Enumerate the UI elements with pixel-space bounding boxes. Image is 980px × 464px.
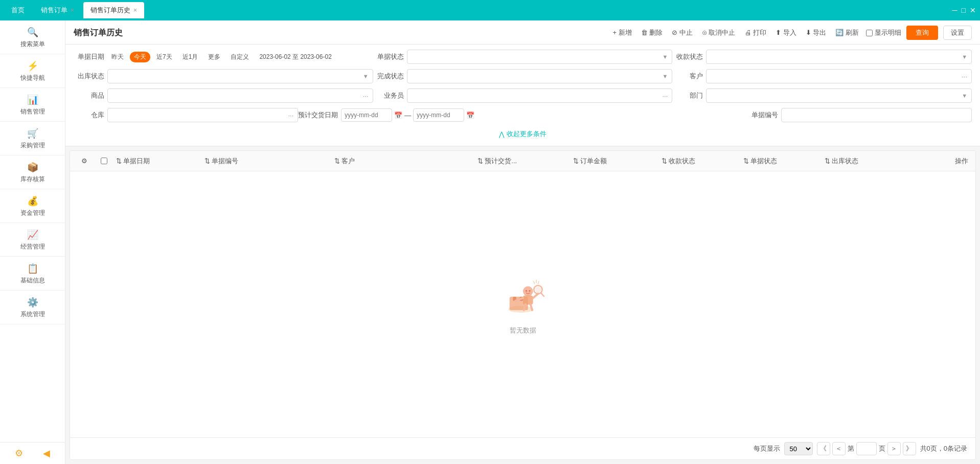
th-date[interactable]: ⇅ 单据日期	[113, 157, 201, 166]
order-status-select[interactable]: ▼	[407, 50, 673, 64]
date-tag-custom[interactable]: 自定义	[226, 52, 253, 62]
sidebar-item-basic-info[interactable]: 📋 基础信息	[0, 257, 65, 291]
salesman-dots-icon[interactable]: ···	[663, 92, 668, 100]
main-layout: 🔍 搜索菜单 ⚡ 快捷导航 📊 销售管理 🛒 采购管理 📦 库存核算 💰 资金管…	[0, 20, 980, 464]
th-order-no[interactable]: ⇅ 单据编号	[201, 157, 331, 166]
out-status-select[interactable]: ▼	[107, 69, 373, 83]
goods-select[interactable]: ···	[107, 89, 373, 103]
sidebar-item-sales-mgmt[interactable]: 📊 销售管理	[0, 88, 65, 122]
customer-select[interactable]: ···	[706, 69, 972, 83]
delivery-to-calendar-icon[interactable]: 📅	[466, 112, 474, 119]
last-page-button[interactable]: 》	[903, 442, 916, 455]
table-header: ⚙ ⇅ 单据日期 ⇅ 单据编号 ⇅ 客户 ⇅ 预计交货.	[70, 151, 975, 171]
inventory-icon: 📦	[27, 162, 38, 173]
new-button[interactable]: + 新增	[610, 28, 633, 37]
warehouse-select[interactable]: ···	[107, 108, 298, 122]
tab-home[interactable]: 首页	[4, 2, 32, 18]
topbar-close-icon[interactable]: ✕	[970, 6, 976, 14]
next-page-button[interactable]: ＞	[887, 442, 901, 455]
delivery-date-to[interactable]	[413, 108, 464, 122]
filter-row-1: 单据日期 昨天 今天 近7天 近1月 更多 自定义 2023-06-02 至 2…	[74, 50, 972, 64]
th-settings[interactable]: ⚙	[74, 157, 95, 165]
cancel-stop-button[interactable]: ⊙ 取消中止	[700, 28, 738, 37]
order-no-input[interactable]	[781, 108, 972, 122]
date-range-text: 2023-06-02 至 2023-06-02	[259, 53, 331, 61]
sidebar-item-capital[interactable]: 💰 资金管理	[0, 189, 65, 223]
th-date-sort-icon: ⇅	[116, 157, 122, 165]
sidebar-item-operations[interactable]: 📈 经营管理	[0, 223, 65, 257]
th-out-status[interactable]: ⇅ 出库状态	[822, 157, 910, 166]
order-no-label: 单据编号	[747, 111, 778, 120]
topbar-maximize-icon[interactable]: □	[962, 6, 966, 14]
date-tag-7days[interactable]: 近7天	[152, 52, 176, 62]
display-detail-input[interactable]	[866, 30, 873, 36]
refresh-button[interactable]: 🔄 刷新	[833, 28, 861, 37]
warehouse-dots-icon[interactable]: ···	[288, 112, 293, 119]
prev-page-button[interactable]: ＜	[832, 442, 846, 455]
toolbar: + 新增 🗑 删除 ⊘ 中止 ⊙ 取消中止 🖨 打印 ⬆ 导入 ⬇ 导出 🔄 刷…	[610, 26, 972, 40]
page-size-label: 每页显示	[754, 444, 780, 453]
select-all-checkbox[interactable]	[101, 158, 107, 164]
display-detail-label: 显示明细	[875, 28, 901, 37]
top-bar: 首页 销售订单 × 销售订单历史 × ─ □ ✕	[0, 0, 980, 20]
filter-row-3: 商品 ··· 业务员 ··· 部门	[74, 89, 972, 103]
customer-dots-icon[interactable]: ···	[962, 73, 967, 80]
tab-sales-order[interactable]: 销售订单 ×	[34, 2, 81, 18]
th-delivery-label: 预计交货...	[485, 157, 517, 166]
sidebar-item-inventory[interactable]: 📦 库存核算	[0, 156, 65, 189]
th-check[interactable]	[95, 158, 113, 164]
top-bar-right: ─ □ ✕	[952, 6, 976, 14]
sidebar-item-search-menu[interactable]: 🔍 搜索菜单	[0, 20, 65, 54]
close-sales-order-icon[interactable]: ×	[71, 7, 74, 14]
complete-status-select[interactable]: ▼	[407, 69, 673, 83]
delivery-from-calendar-icon[interactable]: 📅	[394, 112, 402, 119]
date-tag-today[interactable]: 今天	[130, 52, 150, 62]
sidebar-item-purchase-mgmt[interactable]: 🛒 采购管理	[0, 122, 65, 156]
filter-department: 部门 ▼	[672, 89, 972, 103]
date-tag-more[interactable]: 更多	[204, 52, 224, 62]
sidebar-item-inventory-label: 库存核算	[20, 175, 45, 184]
display-detail-checkbox[interactable]: 显示明细	[866, 28, 901, 37]
stop-button[interactable]: ⊘ 中止	[670, 28, 695, 37]
table-body: 暂无数据	[70, 171, 975, 437]
th-amount[interactable]: ⇅ 订单金额	[570, 157, 658, 166]
sidebar-item-sys-mgmt[interactable]: ⚙️ 系统管理	[0, 291, 65, 324]
date-tag-1month[interactable]: 近1月	[178, 52, 202, 62]
svg-point-13	[525, 290, 527, 292]
print-button[interactable]: 🖨 打印	[743, 28, 769, 37]
goods-dots-icon[interactable]: ···	[363, 92, 369, 100]
sidebar-collapse-icon[interactable]: ◀	[43, 448, 50, 459]
export-button[interactable]: ⬇ 导出	[804, 28, 829, 37]
import-button[interactable]: ⬆ 导入	[773, 28, 799, 37]
delivery-date-range: 📅 — 📅	[341, 108, 474, 122]
customer-label: 客户	[672, 72, 703, 81]
page-number-input[interactable]: 1	[856, 442, 877, 455]
date-tag-yesterday[interactable]: 昨天	[107, 52, 128, 62]
delivery-date-from[interactable]	[341, 108, 392, 122]
search-menu-icon: 🔍	[27, 27, 38, 38]
collapse-filter-link[interactable]: ⋀ 收起更多条件	[74, 127, 972, 141]
tab-sales-order-history[interactable]: 销售订单历史 ×	[83, 2, 144, 18]
tab-sales-order-label: 销售订单	[41, 6, 67, 15]
basic-info-icon: 📋	[27, 263, 38, 274]
setting-button[interactable]: 设置	[943, 26, 972, 40]
sidebar-item-quick-nav[interactable]: ⚡ 快捷导航	[0, 54, 65, 88]
delete-button[interactable]: 🗑 删除	[639, 28, 665, 37]
topbar-minimize-icon[interactable]: ─	[952, 6, 958, 14]
th-delivery[interactable]: ⇅ 预计交货...	[474, 157, 570, 166]
total-info: 共0页，0条记录	[920, 444, 967, 453]
page-size-select[interactable]: 50 20 100	[784, 442, 813, 455]
salesman-select[interactable]: ···	[407, 89, 673, 103]
sidebar-settings-icon[interactable]: ⚙	[15, 448, 23, 459]
department-select[interactable]: ▼	[706, 89, 972, 103]
th-order-status[interactable]: ⇅ 单据状态	[740, 157, 822, 166]
first-page-button[interactable]: 《	[817, 442, 830, 455]
sys-mgmt-icon: ⚙️	[27, 297, 38, 308]
th-pay-status[interactable]: ⇅ 收款状态	[658, 157, 740, 166]
payment-status-select[interactable]: ▼	[706, 50, 972, 64]
order-status-arrow-icon: ▼	[662, 54, 668, 60]
date-tag-group: 昨天 今天 近7天 近1月 更多 自定义	[107, 52, 253, 62]
query-button[interactable]: 查询	[906, 26, 938, 40]
close-sales-order-history-icon[interactable]: ×	[133, 7, 137, 14]
th-customer[interactable]: ⇅ 客户	[331, 157, 475, 166]
